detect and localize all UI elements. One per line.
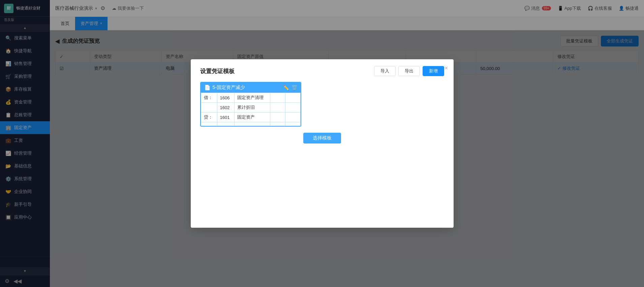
export-btn[interactable]: 导出: [398, 66, 420, 76]
modal-overlay: 设置凭证模板 × 导入 导出 新增 📄 5-固定资产减少 ✏️ 🗑️: [0, 0, 644, 287]
select-template-btn[interactable]: 选择模板: [303, 133, 341, 144]
entry-credit-1: [285, 93, 300, 103]
entry-debit-3: [270, 113, 285, 122]
entry-code-1: 1606: [217, 93, 234, 103]
import-btn[interactable]: 导入: [374, 66, 396, 76]
entry-debit-2: [270, 103, 285, 113]
template-entry-table: 借： 1606 固定资产清理 1602 累计折旧 贷：: [201, 93, 301, 126]
entry-credit-4: [285, 122, 300, 126]
set-template-modal: 设置凭证模板 × 导入 导出 新增 📄 5-固定资产减少 ✏️ 🗑️: [191, 59, 454, 228]
template-delete-icon[interactable]: 🗑️: [292, 85, 297, 90]
template-card-header-left: 📄 5-固定资产减少: [204, 85, 245, 91]
entry-code-2: 1602: [217, 103, 234, 113]
template-row-3: 贷： 1601 固定资产: [201, 113, 300, 122]
entry-name-3: 固定资产: [234, 113, 270, 122]
template-row-4: [201, 122, 300, 126]
entry-name-1: 固定资产清理: [234, 93, 270, 103]
entry-type-2: [201, 103, 217, 113]
entry-code-4: [217, 122, 234, 126]
entry-name-2: 累计折旧: [234, 103, 270, 113]
modal-close-btn[interactable]: ×: [444, 65, 448, 72]
entry-code-3: 1601: [217, 113, 234, 122]
template-edit-icon[interactable]: ✏️: [283, 85, 289, 90]
entry-type-1: 借：: [201, 93, 217, 103]
entry-type-3: 贷：: [201, 113, 217, 122]
entry-credit-2: [285, 103, 300, 113]
entry-type-4: [201, 122, 217, 126]
modal-action-buttons: 导入 导出 新增: [374, 66, 444, 76]
new-template-btn[interactable]: 新增: [423, 66, 444, 76]
template-row-1: 借： 1606 固定资产清理: [201, 93, 300, 103]
entry-name-4: [234, 122, 270, 126]
template-row-2: 1602 累计折旧: [201, 103, 300, 113]
template-card-header: 📄 5-固定资产减少 ✏️ 🗑️: [201, 83, 301, 93]
template-file-icon: 📄: [204, 85, 211, 91]
template-name: 5-固定资产减少: [213, 85, 245, 91]
entry-debit-4: [270, 122, 285, 126]
entry-debit-1: [270, 93, 285, 103]
entry-credit-3: [285, 113, 300, 122]
template-card: 📄 5-固定资产减少 ✏️ 🗑️ 借： 1606 固定资产清理: [200, 82, 301, 127]
template-card-actions: ✏️ 🗑️: [283, 85, 297, 90]
